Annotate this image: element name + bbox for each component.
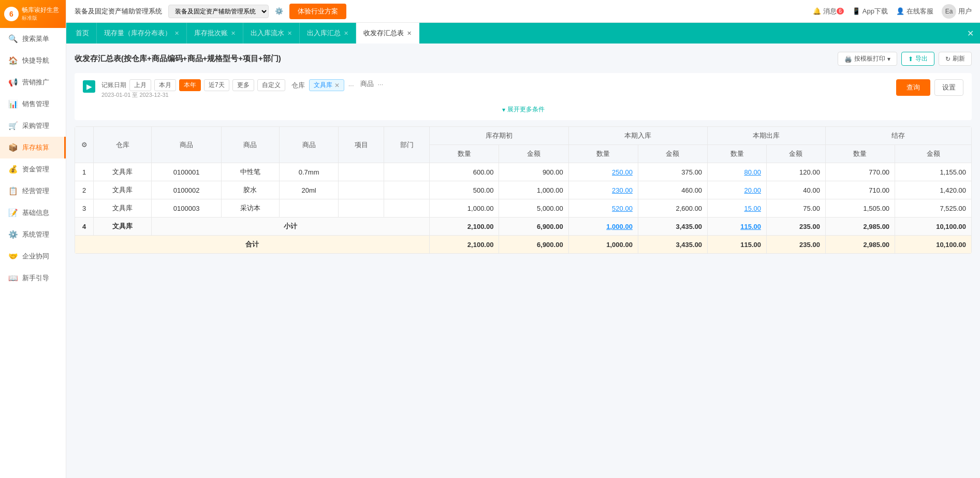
printer-icon: 🖨️ (844, 55, 852, 63)
col-goods-spec-header: 商品 (280, 127, 339, 163)
sidebar-item-inventory[interactable]: 📦库存核算 (0, 137, 66, 158)
export-button[interactable]: ⬆ 导出 (901, 52, 934, 66)
subtotal-out-qty[interactable]: 115.00 (708, 218, 767, 236)
expand-more-row: ▾ 展开更多条件 (83, 105, 963, 114)
col-in-qty-header: 数量 (568, 145, 638, 163)
query-button[interactable]: 查询 (896, 79, 930, 96)
cell-in-qty[interactable]: 230.00 (568, 181, 638, 199)
sidebar-icon-operation: 📋 (8, 186, 18, 196)
export-label: 导出 (915, 54, 928, 63)
phone-icon: 📱 (852, 7, 860, 15)
col-group-bal-header: 结存 (825, 127, 971, 145)
date-7days[interactable]: 近7天 (204, 79, 229, 91)
tab-label-inventory_dist: 现存量（库存分布表） (104, 28, 171, 38)
cell-out-qty[interactable]: 15.00 (708, 199, 767, 218)
sidebar-label-guide: 新手引导 (22, 273, 49, 283)
subtotal-open-amt: 6,900.00 (499, 218, 568, 236)
cell-in-amt: 2,600.00 (638, 199, 707, 218)
cell-open-amt: 900.00 (499, 163, 568, 181)
user-item[interactable]: Ea 用户 (942, 4, 972, 19)
try-button[interactable]: 体验行业方案 (289, 4, 346, 19)
cell-goods-spec (280, 199, 339, 218)
tab-close-recv_send_summary[interactable]: ✕ (407, 30, 412, 37)
warehouse-filter-more[interactable]: ··· (348, 81, 354, 89)
tabbar: 首页现存量（库存分布表）✕库存批次账✕出入库流水✕出入库汇总✕收发存汇总表✕✕ (66, 23, 980, 44)
bell-icon: 🔔 (813, 7, 821, 15)
sidebar-item-finance[interactable]: 💰资金管理 (0, 158, 66, 180)
filter-actions: 查询 设置 (896, 79, 963, 96)
app-download-item[interactable]: 📱 App下载 (852, 7, 888, 16)
date-last-month[interactable]: 上月 (129, 79, 151, 91)
sidebar-label-purchase: 采购管理 (22, 121, 49, 131)
subtotal-in-qty[interactable]: 1,000.00 (568, 218, 638, 236)
tab-inout_summary[interactable]: 出入库汇总✕ (300, 23, 356, 44)
tab-close-inout_flow[interactable]: ✕ (287, 30, 292, 37)
print-button[interactable]: 🖨️ 按模板打印 ▾ (838, 52, 897, 66)
gear-icon[interactable]: ⚙️ (275, 7, 283, 15)
warehouse-tag-close-icon[interactable]: ✕ (334, 82, 340, 89)
col-group-out-header: 本期出库 (708, 127, 826, 145)
total-out-amt: 235.00 (766, 236, 825, 254)
filter-bar: ▶ 记账日期 上月 本月 本年 近7天 更多 自定义 2023-01-01 至 … (75, 73, 972, 120)
goods-filter-label: 商品 (360, 79, 374, 89)
sidebar-icon-finance: 💰 (8, 165, 18, 174)
cell-in-qty[interactable]: 520.00 (568, 199, 638, 218)
filter-expand-button[interactable]: ▶ (83, 80, 95, 93)
service-icon: 👤 (896, 7, 904, 15)
data-table-container: ⚙ 仓库 商品 商品 商品 项目 部门 库存期初 本期入库 本期出库 结存 数量 (75, 126, 972, 254)
cell-bal-qty: 710.00 (825, 181, 895, 199)
sidebar-item-operation[interactable]: 📋经营管理 (0, 180, 66, 202)
data-table: ⚙ 仓库 商品 商品 商品 项目 部门 库存期初 本期入库 本期出库 结存 数量 (75, 126, 972, 254)
page-content: 收发存汇总表(按仓库+商品编码+商品+规格型号+项目+部门) 🖨️ 按模板打印 … (66, 44, 980, 478)
tab-home[interactable]: 首页 (68, 23, 97, 44)
sidebar-item-quick_nav[interactable]: 🏠快捷导航 (0, 50, 66, 71)
cell-in-qty[interactable]: 250.00 (568, 163, 638, 181)
cell-dept (384, 163, 430, 181)
subtotal-seq: 4 (75, 218, 94, 236)
tab-close-batch[interactable]: ✕ (231, 30, 236, 37)
date-more[interactable]: 更多 (232, 79, 254, 91)
sidebar-item-search[interactable]: 🔍搜索菜单 (0, 28, 66, 50)
date-custom[interactable]: 自定义 (257, 79, 285, 91)
sidebar-item-enterprise[interactable]: 🤝企业协同 (0, 245, 66, 267)
tab-label-home: 首页 (76, 28, 89, 38)
tabbar-close[interactable]: ✕ (963, 28, 978, 38)
warehouse-filter-label: 仓库 (291, 81, 305, 90)
expand-more-button[interactable]: ▾ 展开更多条件 (502, 105, 545, 114)
goods-filter-more[interactable]: ··· (378, 80, 384, 88)
sidebar-item-purchase[interactable]: 🛒采购管理 (0, 115, 66, 137)
warehouse-tag[interactable]: 文具库 ✕ (309, 79, 344, 91)
tab-close-inout_summary[interactable]: ✕ (344, 30, 348, 37)
sidebar-item-basic[interactable]: 📝基础信息 (0, 202, 66, 224)
sidebar: 6 畅库诶好生意 标准版 🔍搜索菜单🏠快捷导航📢营销推广📊销售管理🛒采购管理📦库… (0, 0, 66, 478)
sidebar-item-guide[interactable]: 📖新手引导 (0, 267, 66, 289)
col-project-header: 项目 (339, 127, 384, 163)
online-service-item[interactable]: 👤 在线客服 (896, 7, 933, 16)
refresh-button[interactable]: ↻ 刷新 (939, 52, 972, 66)
sidebar-item-marketing[interactable]: 📢营销推广 (0, 71, 66, 93)
warehouse-tag-name: 文具库 (314, 81, 332, 90)
tab-inventory_dist[interactable]: 现存量（库存分布表）✕ (97, 23, 187, 44)
tab-recv_send_summary[interactable]: 收发存汇总表✕ (356, 23, 419, 44)
cell-warehouse: 文具库 (94, 181, 152, 199)
total-open-qty: 2,100.00 (430, 236, 499, 254)
cell-in-amt: 375.00 (638, 163, 707, 181)
notification-item[interactable]: 🔔 消息 6 (813, 7, 844, 16)
tab-label-recv_send_summary: 收发存汇总表 (363, 28, 404, 38)
col-goods-name-header: 商品 (221, 127, 279, 163)
settings-button[interactable]: 设置 (934, 79, 963, 96)
system-select[interactable]: 装备及固定资产辅助管理系统 (168, 5, 269, 18)
tab-batch[interactable]: 库存批次账✕ (187, 23, 243, 44)
online-service-label: 在线客服 (906, 7, 933, 16)
date-this-month[interactable]: 本月 (154, 79, 176, 91)
cell-out-qty[interactable]: 20.00 (708, 181, 767, 199)
sidebar-item-sales[interactable]: 📊销售管理 (0, 93, 66, 115)
notification-label: 消息 (823, 7, 837, 16)
date-this-year[interactable]: 本年 (179, 79, 201, 91)
col-settings-header[interactable]: ⚙ (75, 127, 94, 163)
total-out-qty: 115.00 (708, 236, 767, 254)
tab-close-inventory_dist[interactable]: ✕ (174, 30, 179, 37)
cell-out-qty[interactable]: 80.00 (708, 163, 767, 181)
sidebar-item-system[interactable]: ⚙️系统管理 (0, 224, 66, 245)
tab-inout_flow[interactable]: 出入库流水✕ (243, 23, 300, 44)
